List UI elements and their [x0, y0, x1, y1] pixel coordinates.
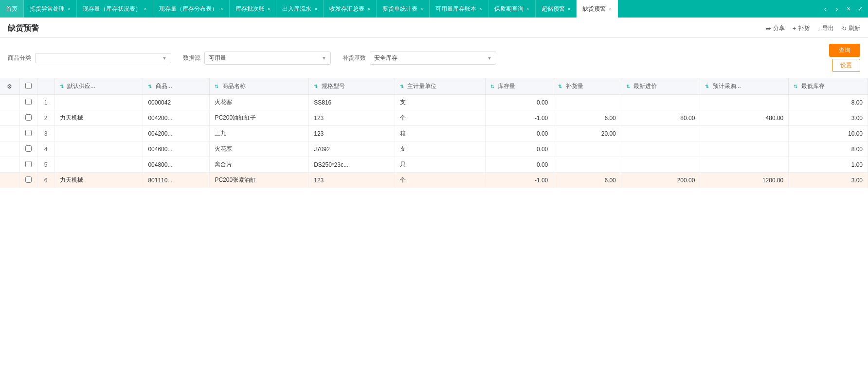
row-unit-5: 个: [395, 173, 486, 188]
row-replenish-4: [553, 157, 621, 173]
row-checkbox-0[interactable]: [25, 99, 32, 105]
select-all-checkbox[interactable]: [25, 83, 32, 89]
tab-home[interactable]: 首页: [0, 0, 24, 18]
row-checkbox-5[interactable]: [25, 176, 32, 183]
row-num-2: 3: [37, 126, 54, 141]
tab-close-defect[interactable]: ×: [68, 6, 71, 12]
row-checkbox-3[interactable]: [25, 145, 32, 152]
col-latest-price[interactable]: ⇅ 最新进价: [621, 78, 700, 95]
sort-icon-estimated: ⇅: [705, 84, 709, 89]
row-checkbox-2[interactable]: [25, 130, 32, 136]
row-checkbox-cell-1[interactable]: [19, 110, 37, 126]
header-actions: ➦ 分享 + 补货 ↓ 导出 ↻ 刷新: [766, 24, 860, 33]
col-supplier[interactable]: ⇅ 默认供应...: [54, 78, 143, 95]
col-stock[interactable]: ⇅ 库存量: [485, 78, 553, 95]
tab-in-out-flow[interactable]: 出入库流水 ×: [276, 0, 324, 18]
row-spec-4: DS250*23c...: [309, 157, 395, 173]
col-gear[interactable]: ⚙: [0, 78, 19, 95]
row-replenish-1: 6.00: [553, 110, 621, 126]
col-spec[interactable]: ⇅ 规格型号: [309, 78, 395, 95]
tab-close-overstock[interactable]: ×: [568, 6, 571, 12]
col-unit[interactable]: ⇅ 主计量单位: [395, 78, 486, 95]
row-latest-price-4: [621, 157, 700, 173]
sort-icon-supplier: ⇅: [60, 84, 64, 89]
tab-overstock[interactable]: 超储预警 ×: [536, 0, 577, 18]
row-supplier-3: [54, 141, 143, 157]
replenish-base-label: 补货基数: [343, 54, 366, 62]
table-row: 5004800...离合片DS250*23c...只0.001.00: [0, 157, 868, 173]
row-product-code-4: 004800...: [143, 157, 210, 173]
datasource-select[interactable]: 可用量 ▼: [204, 52, 331, 65]
row-checkbox-cell-2[interactable]: [19, 126, 37, 141]
row-spec-3: J7092: [309, 141, 395, 157]
sort-icon-stock: ⇅: [490, 84, 494, 89]
row-supplier-1: 力天机械: [54, 110, 143, 126]
tab-close-inventory-dist[interactable]: ×: [220, 6, 223, 12]
row-estimated-purchase-0: [700, 95, 789, 110]
tab-recv-total[interactable]: 收发存汇总表 ×: [324, 0, 377, 18]
col-checkbox[interactable]: [19, 78, 37, 95]
row-unit-0: 支: [395, 95, 486, 110]
table-row: 3004200...三九123箱0.0020.0010.00: [0, 126, 868, 141]
row-num-0: 1: [37, 95, 54, 110]
share-button[interactable]: ➦ 分享: [766, 24, 785, 33]
tab-inventory-dist[interactable]: 现存量（库存分布表） ×: [153, 0, 230, 18]
col-product-code[interactable]: ⇅ 商品...: [143, 78, 210, 95]
tab-close-all-button[interactable]: ×: [843, 3, 854, 15]
refresh-button[interactable]: ↻ 刷新: [842, 24, 860, 33]
tab-bar: 首页 拣货异常处理 × 现存量（库存状况表） × 现存量（库存分布表） × 库存…: [0, 0, 868, 18]
row-gear-1: [0, 110, 19, 126]
tab-close-shortage[interactable]: ×: [609, 6, 612, 12]
tab-close-inventory-status[interactable]: ×: [144, 6, 147, 12]
tab-close-recv[interactable]: ×: [367, 6, 370, 12]
row-checkbox-cell-5[interactable]: [19, 173, 37, 188]
row-checkbox-cell-3[interactable]: [19, 141, 37, 157]
category-select[interactable]: ▼: [35, 53, 171, 63]
row-replenish-0: [553, 95, 621, 110]
replenish-icon: +: [793, 25, 796, 32]
tab-inventory-status[interactable]: 现存量（库存状况表） ×: [77, 0, 153, 18]
row-checkbox-4[interactable]: [25, 161, 32, 167]
page-title: 缺货预警: [8, 23, 39, 34]
tab-batch-account[interactable]: 库存批次账 ×: [230, 0, 277, 18]
col-estimated-purchase[interactable]: ⇅ 预计采购...: [700, 78, 789, 95]
tab-close-inout[interactable]: ×: [314, 6, 317, 12]
row-latest-price-5: 200.00: [621, 173, 700, 188]
row-checkbox-1[interactable]: [25, 114, 32, 121]
col-min-stock[interactable]: ⇅ 最低库存: [789, 78, 868, 95]
tab-defect-processing[interactable]: 拣货异常处理 ×: [24, 0, 77, 18]
tab-available-ledger[interactable]: 可用量库存账本 ×: [430, 0, 488, 18]
tab-close-expiry[interactable]: ×: [526, 6, 529, 12]
row-gear-4: [0, 157, 19, 173]
row-latest-price-3: [621, 141, 700, 157]
tab-close-available[interactable]: ×: [479, 6, 482, 12]
tab-maximize-button[interactable]: ⤢: [854, 3, 866, 15]
tab-expiry-query[interactable]: 保质期查询 ×: [488, 0, 536, 18]
replenish-base-select[interactable]: 安全库存 ▼: [370, 52, 496, 65]
row-min-stock-5: 3.00: [789, 173, 868, 188]
datasource-label: 数据源: [183, 54, 200, 62]
query-button[interactable]: 查询: [829, 44, 860, 57]
tab-close-order[interactable]: ×: [420, 6, 423, 12]
export-icon: ↓: [817, 25, 820, 32]
row-estimated-purchase-4: [700, 157, 789, 173]
export-button[interactable]: ↓ 导出: [817, 24, 834, 33]
tab-prev-button[interactable]: ‹: [819, 3, 831, 15]
col-replenish[interactable]: ⇅ 补货量: [553, 78, 621, 95]
row-min-stock-2: 10.00: [789, 126, 868, 141]
tab-close-batch[interactable]: ×: [268, 6, 271, 12]
col-product-name[interactable]: ⇅ 商品名称: [210, 78, 309, 95]
tab-next-button[interactable]: ›: [831, 3, 843, 15]
replenish-base-filter-group: 补货基数 安全库存 ▼: [343, 52, 496, 65]
tab-shortage[interactable]: 缺货预警 ×: [577, 0, 618, 18]
row-product-name-1: PC200油缸缸子: [210, 110, 309, 126]
row-spec-2: 123: [309, 126, 395, 141]
table-row: 6力天机械801110...PC200张紧油缸123个-1.006.00200.…: [0, 173, 868, 188]
tab-order-stats[interactable]: 要货单统计表 ×: [377, 0, 430, 18]
row-checkbox-cell-0[interactable]: [19, 95, 37, 110]
settings-button[interactable]: 设置: [832, 59, 860, 72]
row-checkbox-cell-4[interactable]: [19, 157, 37, 173]
replenish-button[interactable]: + 补货: [793, 24, 810, 33]
row-num-3: 4: [37, 141, 54, 157]
row-min-stock-3: 8.00: [789, 141, 868, 157]
